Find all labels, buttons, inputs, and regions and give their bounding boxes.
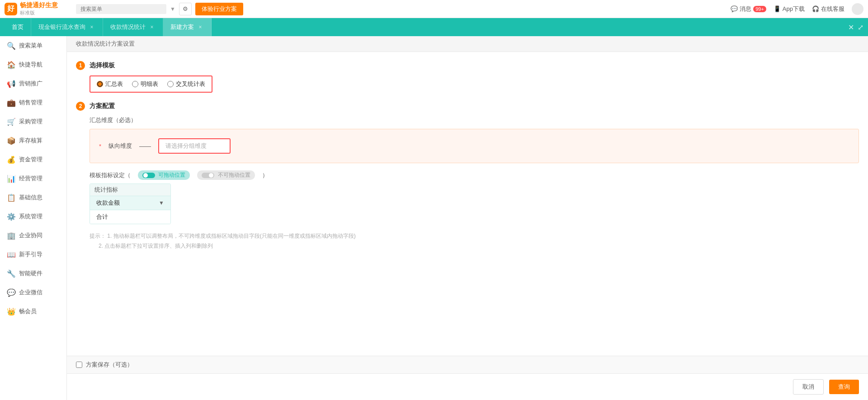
non-draggable-badge: 不可拖动位置: [197, 170, 255, 180]
tab-home-label: 首页: [12, 23, 24, 31]
sidebar-item-management-label: 经营管理: [19, 174, 42, 183]
finance-icon: 💰: [7, 155, 15, 164]
cancel-button[interactable]: 取消: [793, 379, 824, 395]
tab-cash-flow[interactable]: 现金银行流水查询 ×: [31, 18, 103, 36]
arrow-icon: ——: [139, 143, 151, 150]
save-section: 方案保存（可选）: [67, 356, 868, 373]
sidebar-item-search[interactable]: 🔍 搜索菜单: [0, 36, 66, 55]
radio-summary-label: 汇总表: [105, 80, 123, 88]
radio-cross-label: 交叉统计表: [176, 80, 205, 88]
metric-header: 模板指标设定（ 可拖动位置 不可拖: [90, 170, 859, 180]
sidebar-item-member[interactable]: 👑 畅会员: [0, 302, 66, 321]
radio-summary-input[interactable]: [97, 81, 103, 87]
sidebar-item-basic[interactable]: 📋 基础信息: [0, 188, 66, 207]
sidebar-item-enterprise[interactable]: 🏢 企业协同: [0, 226, 66, 245]
tab-receivable[interactable]: 收款情况统计 ×: [103, 18, 163, 36]
marketing-icon: 📢: [7, 80, 15, 88]
dropdown-arrow-icon[interactable]: ▼: [170, 6, 175, 12]
guide-icon: 📖: [7, 250, 15, 259]
step2-body: 汇总维度（必选） * 纵向维度 —— 请选择分组维度 模板指标设定（: [76, 116, 859, 251]
metric-close-bracket: ）: [262, 171, 268, 179]
radio-detail[interactable]: 明细表: [132, 80, 158, 88]
dimension-row: * 纵向维度 —— 请选择分组维度: [99, 138, 849, 154]
sidebar-item-marketing-label: 营销推广: [19, 80, 42, 88]
radio-cross[interactable]: 交叉统计表: [167, 80, 205, 88]
tab-receivable-close[interactable]: ×: [148, 24, 156, 31]
step2-num: 2: [76, 102, 85, 111]
tab-window-controls: ✕ ⤢: [848, 23, 863, 32]
draggable-badge: 可拖动位置: [138, 170, 190, 180]
chevron-down-icon[interactable]: ▼: [159, 200, 164, 206]
close-window-icon[interactable]: ✕: [848, 23, 854, 32]
logo-icon: 好: [5, 3, 17, 15]
sidebar-item-management[interactable]: 📊 经营管理: [0, 169, 66, 188]
sidebar-item-wechat[interactable]: 💬 企业微信: [0, 283, 66, 302]
metric-settings-label: 模板指标设定（: [90, 171, 131, 179]
tab-receivable-label: 收款情况统计: [110, 23, 146, 31]
step2-section: 2 方案配置 汇总维度（必选） * 纵向维度 —— 请选择分组维度: [76, 102, 859, 251]
sidebar-item-nav[interactable]: 🏠 快捷导航: [0, 55, 66, 74]
page-body: 1 选择模板 汇总表 明细表: [67, 52, 868, 356]
radio-summary[interactable]: 汇总表: [97, 80, 123, 88]
dimension-select[interactable]: 请选择分组维度: [158, 138, 231, 154]
user-avatar[interactable]: [852, 3, 863, 15]
stats-label: 统计指标: [90, 184, 170, 196]
purchase-icon: 🛒: [7, 118, 15, 126]
sidebar-item-guide-label: 新手引导: [19, 250, 42, 259]
non-draggable-indicator: [202, 173, 214, 178]
sidebar-item-system-label: 系统管理: [19, 212, 42, 221]
sidebar-item-sales[interactable]: 💼 销售管理: [0, 93, 66, 112]
footer-bar: 取消 查询: [67, 373, 868, 400]
system-icon: ⚙️: [7, 212, 15, 221]
step1-title: 选择模板: [90, 61, 115, 70]
search-icon: 🔍: [7, 42, 15, 50]
tab-cash-flow-close[interactable]: ×: [88, 24, 95, 31]
sidebar-item-hardware[interactable]: 🔧 智能硬件: [0, 264, 66, 283]
service-icon: 🎧: [812, 5, 819, 12]
radio-detail-input[interactable]: [132, 81, 138, 87]
tips-spacer: [90, 243, 97, 249]
messages-btn[interactable]: 💬 消息 99+: [731, 5, 766, 13]
tab-home[interactable]: 首页: [5, 18, 31, 36]
save-label: 方案保存（可选）: [86, 361, 133, 369]
tab-new-plan[interactable]: 新建方案 ×: [163, 18, 212, 36]
gear-button[interactable]: ⚙: [179, 3, 192, 15]
app-download-label: App下载: [783, 5, 805, 13]
summary-dimension-label: 汇总维度（必选）: [90, 116, 859, 124]
search-input[interactable]: [76, 4, 166, 14]
non-draggable-label: 不可拖动位置: [218, 172, 250, 178]
online-service-label: 在线客服: [821, 5, 844, 13]
metric-settings: 模板指标设定（ 可拖动位置 不可拖: [90, 170, 859, 224]
top-search-area: ▼ ⚙ 体验行业方案: [76, 3, 726, 15]
query-button[interactable]: 查询: [829, 380, 859, 394]
edition-badge: 标准版: [20, 9, 58, 16]
tab-bar: 首页 现金银行流水查询 × 收款情况统计 × 新建方案 × ✕ ⤢: [0, 18, 868, 36]
sidebar-item-basic-label: 基础信息: [19, 193, 42, 202]
expand-window-icon[interactable]: ⤢: [858, 23, 863, 32]
sidebar-item-finance[interactable]: 💰 资金管理: [0, 150, 66, 169]
industry-btn[interactable]: 体验行业方案: [195, 3, 243, 15]
sidebar-item-purchase[interactable]: 🛒 采购管理: [0, 112, 66, 131]
tips-line2: 2. 点击标题栏下拉可设置排序、插入列和删除列: [99, 243, 213, 249]
sidebar-item-sales-label: 销售管理: [19, 99, 42, 107]
member-icon: 👑: [7, 307, 15, 315]
sidebar-item-marketing[interactable]: 📢 营销推广: [0, 74, 66, 93]
tab-new-plan-close[interactable]: ×: [197, 24, 204, 31]
sidebar-item-inventory[interactable]: 📦 库存核算: [0, 131, 66, 150]
sidebar-item-inventory-label: 库存核算: [19, 136, 42, 145]
management-icon: 📊: [7, 174, 15, 183]
app-icon: 📱: [774, 5, 781, 12]
metric-row-total: 合计: [90, 210, 170, 224]
tips-title: 提示：: [90, 233, 106, 239]
vertical-label: 纵向维度: [108, 142, 132, 150]
sidebar-item-system[interactable]: ⚙️ 系统管理: [0, 207, 66, 226]
inventory-icon: 📦: [7, 136, 15, 145]
online-service-btn[interactable]: 🎧 在线客服: [812, 5, 844, 13]
metric-col-header[interactable]: 收款金额 ▼: [90, 196, 170, 210]
sidebar-item-member-label: 畅会员: [19, 307, 37, 315]
save-checkbox[interactable]: [76, 362, 82, 368]
radio-cross-input[interactable]: [167, 81, 174, 87]
sidebar-item-search-label: 搜索菜单: [19, 42, 42, 50]
app-download-btn[interactable]: 📱 App下载: [774, 5, 805, 13]
sidebar-item-guide[interactable]: 📖 新手引导: [0, 245, 66, 264]
